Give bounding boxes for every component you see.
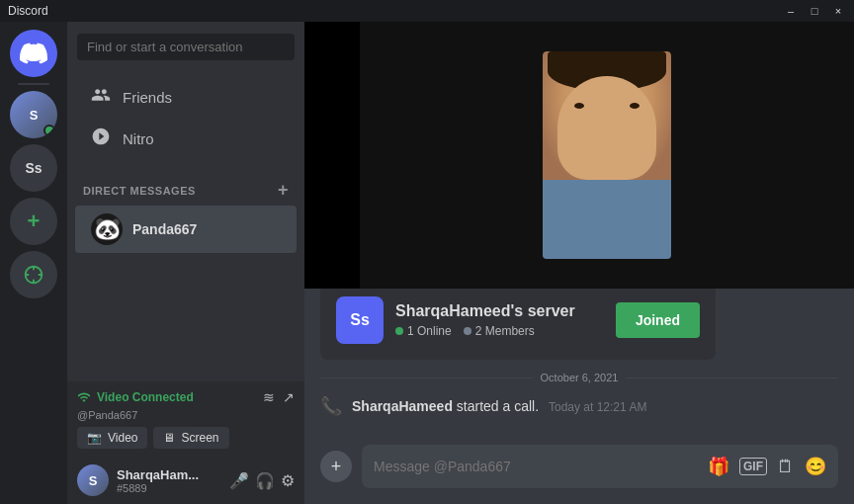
dm-user-avatar-panda667 [91, 213, 123, 245]
friends-label: Friends [123, 89, 172, 106]
voice-expand-icon[interactable]: ↗ [283, 389, 295, 405]
main-content: https://discord.gg/UX5cbPVW YOU SENT AN … [304, 22, 854, 504]
title-bar-title: Discord [8, 4, 48, 18]
server-divider [18, 83, 49, 85]
members-dot [464, 327, 471, 335]
online-dot [395, 327, 403, 335]
mute-button[interactable]: 🎤 [229, 471, 249, 490]
call-action-text: started a call. [457, 398, 539, 414]
maximize-button[interactable]: □ [807, 5, 822, 17]
emoji-icon[interactable]: 😊 [805, 456, 826, 477]
server-icon-ss[interactable]: Ss [10, 144, 57, 192]
invite-server-name: SharqaHameed's server [395, 302, 604, 320]
sidebar-item-nitro[interactable]: Nitro [75, 119, 297, 159]
invite-meta: 1 Online 2 Members [395, 324, 604, 338]
message-input[interactable] [374, 459, 708, 474]
date-divider: October 6, 2021 [320, 372, 838, 383]
deafen-button[interactable]: 🎧 [255, 471, 275, 490]
online-indicator [43, 125, 55, 136]
video-left-black [304, 22, 360, 289]
dm-nav: Friends Nitro [67, 72, 304, 164]
user-bar-info: SharqaHam... #5889 [117, 467, 221, 494]
video-icon: 📷 [87, 431, 102, 445]
minimize-button[interactable]: – [783, 5, 799, 17]
add-server-icon: + [28, 209, 41, 234]
add-attachment-button[interactable]: + [320, 451, 352, 482]
invite-server-icon: Ss [336, 296, 384, 344]
screen-button[interactable]: 🖥 Screen [153, 427, 228, 449]
server-icon-user-avatar[interactable]: S [10, 91, 57, 138]
date-divider-line-right [626, 378, 838, 378]
invite-stat-members: 2 Members [464, 324, 535, 338]
nitro-icon [91, 126, 111, 151]
message-input-area: + 🎁 GIF 🗒 😊 [304, 445, 854, 504]
dm-sidebar: Friends Nitro Direct Messages + Panda667 [67, 22, 304, 504]
join-button[interactable]: Joined [616, 302, 700, 338]
voice-waves-icon[interactable]: ≋ [263, 389, 275, 405]
video-profile-image [543, 51, 671, 259]
dm-user-name-panda667: Panda667 [132, 221, 197, 237]
settings-button[interactable]: ⚙ [281, 471, 295, 490]
add-dm-button[interactable]: + [278, 180, 289, 201]
title-bar-left: Discord [8, 4, 48, 18]
gift-icon[interactable]: 🎁 [708, 456, 729, 477]
video-area [304, 22, 854, 225]
server-invite-card: Ss SharqaHameed's server 1 Online 2 Memb… [320, 281, 716, 360]
user-bar: S SharqaHam... #5889 🎤 🎧 ⚙ [67, 457, 304, 504]
phone-icon: 📞 [320, 395, 342, 417]
gif-button[interactable]: GIF [739, 458, 767, 475]
invite-info: SharqaHameed's server 1 Online 2 Members [395, 302, 604, 338]
call-time: Today at 12:21 AM [549, 400, 646, 414]
call-text: SharqaHameed started a call. Today at 12… [352, 398, 646, 414]
voice-status-left: Video Connected [77, 390, 194, 404]
date-divider-line [320, 378, 533, 378]
voice-label: Video Connected [97, 390, 194, 404]
date-divider-text: October 6, 2021 [541, 372, 619, 383]
title-bar: Discord – □ × [0, 0, 854, 22]
title-bar-controls[interactable]: – □ × [783, 5, 846, 17]
server-icon-home[interactable] [10, 30, 57, 77]
dm-user-panda667[interactable]: Panda667 [75, 206, 297, 253]
invite-stat-online: 1 Online [395, 324, 452, 338]
user-bar-tag: #5889 [117, 482, 221, 494]
user-bar-avatar: S [77, 464, 109, 496]
caller-name: SharqaHameed [352, 398, 453, 414]
friends-icon [91, 85, 111, 110]
user-bar-controls[interactable]: 🎤 🎧 ⚙ [229, 471, 295, 490]
video-panel [360, 22, 854, 289]
search-bar[interactable] [67, 22, 304, 72]
screen-icon: 🖥 [163, 431, 175, 445]
nitro-label: Nitro [123, 130, 154, 147]
sticker-icon[interactable]: 🗒 [777, 457, 795, 477]
voice-connected-panel: Video Connected ≋ ↗ @Panda667 📷 Video 🖥 … [67, 381, 304, 457]
dm-section-header: Direct Messages + [67, 164, 304, 205]
search-input[interactable] [77, 34, 295, 60]
close-button[interactable]: × [830, 5, 846, 17]
voice-actions: 📷 Video 🖥 Screen [77, 427, 295, 449]
server-icon-add[interactable]: + [10, 198, 57, 245]
sidebar-item-friends[interactable]: Friends [75, 77, 297, 118]
server-sidebar: S Ss + [0, 22, 67, 504]
server-icon-explore[interactable] [10, 251, 57, 298]
signal-icon [77, 390, 91, 404]
message-input-wrapper: 🎁 GIF 🗒 😊 [362, 445, 838, 488]
voice-status: Video Connected ≋ ↗ [77, 389, 295, 405]
user-bar-name: SharqaHam... [117, 467, 221, 482]
voice-icons[interactable]: ≋ ↗ [263, 389, 295, 405]
call-notification: 📞 SharqaHameed started a call. Today at … [320, 395, 838, 417]
video-button[interactable]: 📷 Video [77, 427, 147, 449]
voice-user: @Panda667 [77, 409, 295, 421]
input-right-icons: 🎁 GIF 🗒 😊 [708, 456, 826, 477]
